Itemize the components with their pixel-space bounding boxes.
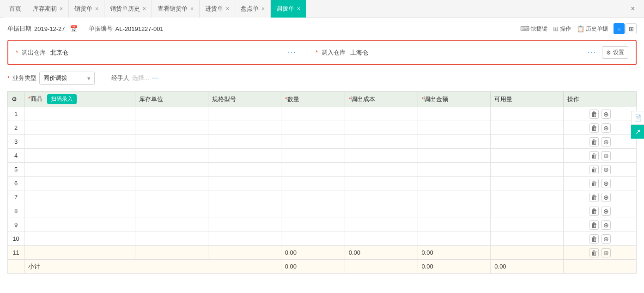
cell-qty[interactable] (281, 204, 345, 218)
cell-unit[interactable] (135, 163, 208, 177)
close-tab-sales-history[interactable]: × (143, 6, 146, 12)
cell-product[interactable] (24, 218, 135, 232)
cell-spec[interactable] (208, 135, 281, 149)
right-float-doc-btn[interactable]: 📄 (631, 111, 644, 125)
cell-qty[interactable] (281, 135, 345, 149)
cell-unit[interactable] (135, 204, 208, 218)
cell-cost[interactable] (345, 107, 418, 121)
cell-cost[interactable] (345, 204, 418, 218)
cell-product[interactable] (24, 135, 135, 149)
warehouse-out-more[interactable]: ··· (288, 49, 297, 57)
cell-spec[interactable] (208, 121, 281, 135)
copy-icon[interactable]: ⊕ (601, 179, 611, 188)
history-btn[interactable]: 📋 历史单据 (577, 25, 608, 33)
close-tab-purchase[interactable]: × (226, 6, 229, 12)
warehouse-in-value[interactable]: 上海仓 (350, 49, 368, 57)
tab-transfer[interactable]: 调拨单 × (271, 0, 306, 18)
scan-enter-button[interactable]: 扫码录入 (47, 94, 77, 104)
cell-spec[interactable] (208, 190, 281, 204)
biz-type-select[interactable]: 同价调拨 ▾ (39, 72, 95, 85)
operation-btn[interactable]: ⊞ 操作 (553, 25, 571, 33)
cell-cost[interactable] (345, 177, 418, 190)
cell-unit[interactable] (135, 190, 208, 204)
tab-purchase[interactable]: 进货单 × (200, 0, 235, 18)
cell-qty[interactable] (281, 121, 345, 135)
close-tab-sales[interactable]: × (95, 6, 98, 12)
copy-icon[interactable]: ⊕ (601, 234, 611, 244)
delete-icon[interactable]: 🗑 (589, 165, 599, 174)
cell-qty[interactable] (281, 163, 345, 177)
delete-icon[interactable]: 🗑 (589, 207, 599, 216)
cell-amount[interactable] (418, 149, 491, 163)
person-placeholder[interactable]: 选择... (132, 74, 149, 82)
cell-product[interactable] (24, 107, 135, 121)
cell-cost[interactable] (345, 121, 418, 135)
tab-sales-history[interactable]: 销货单历史 × (104, 0, 152, 18)
warehouse-in-more[interactable]: ··· (588, 49, 596, 57)
cell-spec[interactable] (208, 218, 281, 232)
cell-amount[interactable] (418, 218, 491, 232)
cell-unit[interactable] (135, 149, 208, 163)
delete-icon[interactable]: 🗑 (589, 220, 599, 230)
tab-stocktake[interactable]: 盘点单 × (235, 0, 271, 18)
cell-spec[interactable] (208, 232, 281, 246)
cell-amount[interactable] (418, 177, 491, 190)
cell-unit[interactable] (135, 135, 208, 149)
cell-product[interactable] (24, 204, 135, 218)
delete-icon[interactable]: 🗑 (589, 123, 599, 133)
cell-cost[interactable] (345, 218, 418, 232)
shortcut-btn[interactable]: ⌨ 快捷键 (520, 25, 547, 33)
copy-icon[interactable]: ⊕ (601, 165, 611, 174)
cell-product[interactable] (24, 177, 135, 190)
cell-amount[interactable] (418, 232, 491, 246)
tab-sales[interactable]: 销货单 × (69, 0, 104, 18)
cell-product[interactable] (24, 121, 135, 135)
delete-icon[interactable]: 🗑 (589, 151, 599, 160)
cell-unit[interactable] (135, 121, 208, 135)
close-tab-transfer[interactable]: × (297, 6, 300, 12)
cell-cost[interactable] (345, 149, 418, 163)
close-tab-stocktake[interactable]: × (261, 6, 265, 12)
delete-icon[interactable]: 🗑 (589, 248, 599, 257)
cell-product[interactable] (24, 163, 135, 177)
cell-spec[interactable] (208, 163, 281, 177)
delete-icon[interactable]: 🗑 (589, 234, 599, 244)
copy-icon[interactable]: ⊕ (601, 151, 611, 160)
copy-icon[interactable]: ⊕ (601, 193, 611, 202)
tab-inventory-init[interactable]: 库存期初 × (27, 0, 69, 18)
copy-icon[interactable]: ⊕ (601, 137, 611, 146)
layout-grid-icon[interactable]: ⊞ (626, 23, 637, 34)
cell-amount[interactable] (418, 204, 491, 218)
close-all-tabs[interactable]: × (626, 1, 640, 16)
cell-qty[interactable] (281, 232, 345, 246)
layout-list-icon[interactable]: ≡ (614, 23, 625, 34)
cell-amount[interactable] (418, 107, 491, 121)
cell-unit[interactable] (135, 232, 208, 246)
cell-cost[interactable] (345, 190, 418, 204)
tab-view-sales[interactable]: 查看销货单 × (152, 0, 200, 18)
cell-product[interactable] (24, 232, 135, 246)
warehouse-out-value[interactable]: 北京仓 (50, 49, 68, 57)
cell-amount[interactable] (418, 190, 491, 204)
cell-product[interactable] (24, 190, 135, 204)
cell-cost[interactable] (345, 232, 418, 246)
close-tab-view-sales[interactable]: × (190, 6, 194, 12)
copy-icon[interactable]: ⊕ (601, 123, 611, 133)
settings-button[interactable]: ⚙ 设置 (602, 46, 628, 59)
tab-home[interactable]: 首页 (4, 0, 27, 18)
cell-qty[interactable] (281, 107, 345, 121)
close-tab-inventory-init[interactable]: × (60, 6, 63, 12)
col-header-gear[interactable]: ⚙ (8, 92, 24, 107)
copy-icon[interactable]: ⊕ (601, 110, 611, 119)
cell-cost[interactable] (345, 135, 418, 149)
cell-amount[interactable] (418, 121, 491, 135)
cell-qty[interactable] (281, 149, 345, 163)
cell-qty[interactable] (281, 190, 345, 204)
cell-spec[interactable] (208, 149, 281, 163)
cell-unit[interactable] (135, 177, 208, 190)
cell-amount[interactable] (418, 163, 491, 177)
cell-cost[interactable] (345, 163, 418, 177)
cell-amount[interactable] (418, 135, 491, 149)
cell-product[interactable] (24, 149, 135, 163)
right-float-expand-btn[interactable]: ↗ (631, 125, 644, 139)
